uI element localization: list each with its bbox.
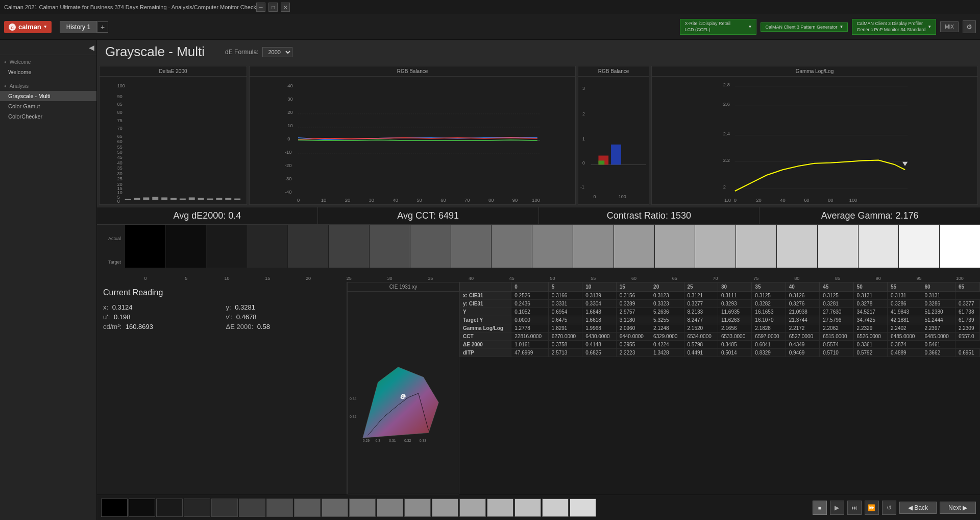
bottom-swatch[interactable]: [432, 499, 458, 517]
u-reading: u': 0.198: [103, 313, 218, 321]
actual-swatch[interactable]: [247, 225, 287, 246]
actual-swatch[interactable]: [329, 225, 369, 246]
table-cell: 0.4491: [684, 349, 718, 357]
target-swatch[interactable]: [777, 246, 817, 268]
actual-swatch[interactable]: [166, 225, 206, 246]
actual-swatch[interactable]: [573, 225, 614, 246]
bottom-swatch[interactable]: [487, 499, 513, 517]
actual-swatch[interactable]: [940, 225, 980, 246]
target-swatch[interactable]: [288, 246, 328, 268]
actual-swatch[interactable]: [451, 225, 492, 246]
actual-swatch[interactable]: [410, 225, 451, 246]
svg-text:20: 20: [287, 110, 292, 115]
tab-history1[interactable]: History 1: [60, 21, 97, 33]
device2-label: CalMAN Client 3 Pattern Generator: [765, 25, 837, 30]
page-title: Grayscale - Multi: [105, 44, 205, 60]
actual-swatch[interactable]: [899, 225, 939, 246]
table-cell: 0.2436: [511, 300, 549, 308]
next-button[interactable]: Next ▶: [940, 502, 976, 514]
actual-swatch[interactable]: [655, 225, 695, 246]
table-cell: 0.3361: [853, 341, 887, 349]
bottom-swatch[interactable]: [266, 499, 293, 517]
table-cell: 0.3281: [820, 300, 853, 308]
bottom-swatch[interactable]: [239, 499, 265, 517]
bottom-swatch[interactable]: [211, 499, 238, 517]
target-swatch[interactable]: [166, 246, 206, 268]
svg-text:0.32: 0.32: [350, 415, 357, 418]
target-swatch[interactable]: [614, 246, 654, 268]
target-swatch[interactable]: [736, 246, 776, 268]
bottom-swatch[interactable]: [184, 499, 210, 517]
device1-button[interactable]: X-Rite i1Display RetailLCD (CCFL) ▼: [680, 19, 756, 35]
sidebar-item-colorchecker[interactable]: ColorChecker: [0, 111, 96, 122]
target-swatch[interactable]: [410, 246, 451, 268]
bottom-swatch[interactable]: [349, 499, 376, 517]
bottom-swatch[interactable]: [129, 499, 155, 517]
settings-button[interactable]: ⚙: [963, 20, 976, 33]
formula-select[interactable]: 2000: [262, 47, 292, 57]
target-swatch[interactable]: [329, 246, 369, 268]
target-swatch[interactable]: [532, 246, 573, 268]
svg-text:50: 50: [416, 198, 422, 203]
actual-swatch[interactable]: [695, 225, 736, 246]
actual-swatch[interactable]: [207, 225, 247, 246]
target-swatch[interactable]: [859, 246, 899, 268]
next-frame-button[interactable]: ⏭: [847, 501, 862, 515]
close-button[interactable]: ✕: [281, 3, 290, 12]
target-swatch[interactable]: [125, 246, 165, 268]
play-button[interactable]: ▶: [830, 501, 844, 515]
actual-swatch[interactable]: [777, 225, 817, 246]
target-swatch[interactable]: [247, 246, 287, 268]
minimize-button[interactable]: ─: [256, 3, 265, 12]
sidebar-item-welcome[interactable]: Welcome: [0, 67, 96, 77]
col-header-5: 5: [548, 282, 582, 292]
stop-button[interactable]: ■: [813, 501, 827, 515]
target-swatch[interactable]: [370, 246, 410, 268]
sidebar: ◀ ● Welcome Welcome ● Analysis Grayscale…: [0, 40, 97, 520]
svg-text:0: 0: [297, 198, 300, 203]
bottom-swatch[interactable]: [514, 499, 541, 517]
actual-swatch[interactable]: [370, 225, 410, 246]
logo-button[interactable]: C calman ▼: [4, 21, 52, 33]
mix-button[interactable]: MIX: [940, 21, 959, 32]
refresh-button[interactable]: ↺: [882, 501, 896, 515]
actual-swatch[interactable]: [614, 225, 654, 246]
actual-swatch[interactable]: [492, 225, 532, 246]
device3-button[interactable]: CalMAN Client 3 Display ProfilerGeneric …: [852, 19, 936, 35]
actual-swatch[interactable]: [818, 225, 858, 246]
actual-swatch[interactable]: [859, 225, 899, 246]
bottom-swatch[interactable]: [101, 499, 128, 517]
actual-swatch[interactable]: [125, 225, 165, 246]
actual-swatch[interactable]: [736, 225, 776, 246]
bottom-swatch[interactable]: [459, 499, 486, 517]
actual-swatch[interactable]: [288, 225, 328, 246]
target-swatch[interactable]: [940, 246, 980, 268]
maximize-button[interactable]: □: [268, 3, 278, 12]
target-swatch[interactable]: [818, 246, 858, 268]
target-swatch[interactable]: [695, 246, 736, 268]
bottom-swatch[interactable]: [322, 499, 348, 517]
target-swatch[interactable]: [655, 246, 695, 268]
collapse-button[interactable]: ◀: [89, 43, 94, 52]
target-swatch[interactable]: [451, 246, 492, 268]
actual-swatch[interactable]: [532, 225, 573, 246]
sidebar-item-grayscale[interactable]: Grayscale - Multi: [0, 91, 96, 101]
back-button[interactable]: ◀ Back: [899, 502, 937, 514]
bottom-swatch[interactable]: [156, 499, 183, 517]
bottom-swatch[interactable]: [542, 499, 569, 517]
target-swatch[interactable]: [899, 246, 939, 268]
target-swatch[interactable]: [207, 246, 247, 268]
target-swatch[interactable]: [492, 246, 532, 268]
bottom-swatch[interactable]: [404, 499, 431, 517]
svg-text:-30: -30: [285, 176, 292, 181]
skip-button[interactable]: ⏩: [865, 501, 879, 515]
sidebar-item-color-gamut[interactable]: Color Gamut: [0, 101, 96, 111]
bottom-swatch[interactable]: [570, 499, 596, 517]
bottom-swatch[interactable]: [294, 499, 321, 517]
row-label: Target Y: [460, 316, 511, 324]
table-cell: 2.1828: [752, 324, 786, 333]
bottom-swatch[interactable]: [377, 499, 403, 517]
target-swatch[interactable]: [573, 246, 614, 268]
device2-button[interactable]: CalMAN Client 3 Pattern Generator ▼: [761, 22, 848, 32]
add-tab-button[interactable]: +: [97, 21, 108, 33]
